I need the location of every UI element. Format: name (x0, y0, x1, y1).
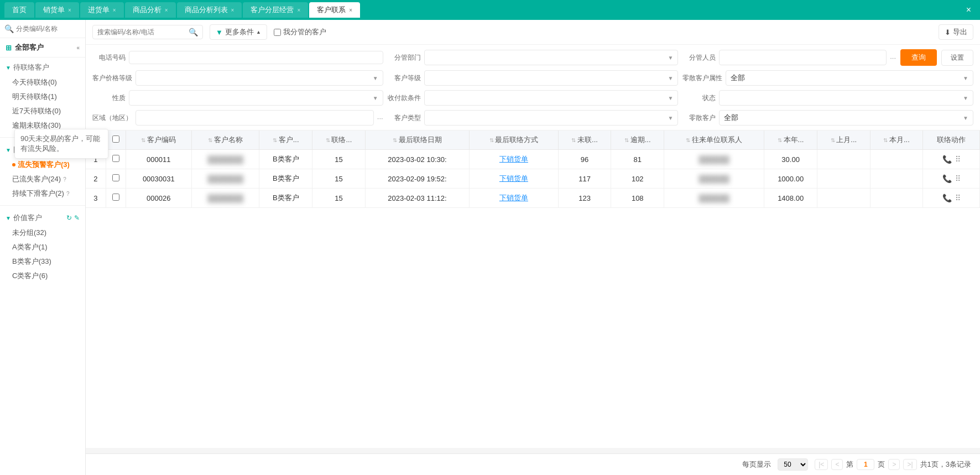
filter-status-select[interactable]: ▼ (719, 90, 973, 106)
filter-phone-input[interactable] (129, 51, 383, 64)
tab-analysis-list[interactable]: 商品分析列表 × (177, 2, 242, 18)
table-header-checkbox[interactable] (106, 131, 126, 150)
sidebar-item-today[interactable]: 今天待联络(0) (0, 75, 85, 90)
per-page-select[interactable]: 50 100 200 (778, 458, 808, 471)
filter-casual-customer-select[interactable]: 全部 ▼ (719, 110, 973, 126)
action-more-icon[interactable]: ⠿ (955, 174, 961, 183)
search-input[interactable] (97, 28, 189, 36)
table-header-overdue[interactable]: 逾期... (611, 131, 664, 150)
filter-customer-grade-select[interactable]: ▼ (424, 70, 679, 86)
page-last-button[interactable]: >| (903, 459, 916, 470)
page-input[interactable] (857, 459, 874, 470)
sidebar-item-c-class[interactable]: C类客户(6) (0, 269, 85, 283)
manager-dots[interactable]: ··· (890, 54, 896, 62)
filter-payment-select[interactable]: ▼ (424, 90, 679, 106)
collapse-icon[interactable]: « (76, 45, 80, 51)
filter-nature-select[interactable]: ▼ (129, 90, 383, 106)
region-dots[interactable]: ··· (377, 114, 383, 122)
sidebar-item-churned[interactable]: 已流失客户(24) ? (0, 172, 85, 186)
table-header-last-date[interactable]: 最后联络日期 (365, 131, 469, 150)
row-last-method[interactable]: 下销货单 (470, 169, 559, 189)
tab-purchase[interactable]: 进货单 × (80, 2, 124, 18)
export-button[interactable]: ⬇ 导出 (939, 24, 973, 40)
search-box[interactable]: 🔍 (92, 25, 203, 39)
edit-icon[interactable]: ✎ (74, 214, 80, 222)
tab-customer-contact[interactable]: 客户联系 × (309, 2, 360, 18)
row-select-checkbox[interactable] (112, 174, 119, 181)
my-customer-checkbox-row[interactable]: 我分管的客户 (274, 27, 326, 37)
filter-casual-attr-select[interactable]: 全部 ▼ (726, 70, 973, 86)
row-contact-count: 15 (312, 150, 366, 169)
action-contact-icon[interactable]: 📞 (942, 194, 952, 202)
row-select-checkbox[interactable] (112, 194, 119, 201)
sidebar-search-box[interactable]: 🔍 (0, 20, 85, 38)
action-more-icon[interactable]: ⠿ (955, 155, 961, 164)
action-contact-icon[interactable]: 📞 (942, 174, 952, 183)
row-actions[interactable]: 📞 ⠿ (923, 150, 980, 169)
table-header-this-month[interactable]: 本月... (870, 131, 923, 150)
table-header-name[interactable]: 客户名称 (192, 131, 259, 150)
row-checkbox[interactable] (106, 169, 126, 189)
query-button[interactable]: 查询 (900, 49, 937, 66)
table-area: ⚙ 客户编码 客户名称 客户... 联络... 最后联络日期 最后联络方式 未联… (86, 131, 980, 448)
sidebar-search-input[interactable] (16, 25, 81, 33)
sidebar-item-unassigned[interactable]: 未分组(32) (0, 226, 85, 240)
tab-purchase-close[interactable]: × (113, 7, 116, 13)
tab-sales[interactable]: 销货单 × (35, 2, 79, 18)
tab-home[interactable]: 首页 (4, 2, 34, 18)
filter-price-grade-select[interactable]: ▼ (135, 70, 383, 86)
more-filter-button[interactable]: ▼ 更多条件 ▲ (210, 24, 267, 40)
row-actions[interactable]: 📞 ⠿ (923, 189, 980, 208)
table-header-contact-count[interactable]: 联络... (312, 131, 366, 150)
table-header-unit-contact[interactable]: 往来单位联系人 (664, 131, 764, 150)
sidebar-section-pending-title[interactable]: ▼ 待联络客户 (0, 60, 85, 75)
tab-customer-contact-close[interactable]: × (349, 7, 352, 13)
action-more-icon[interactable]: ⠿ (955, 194, 961, 202)
filter-dept-select[interactable]: ▼ (424, 50, 679, 65)
sidebar-item-a-class[interactable]: A类客户(1) (0, 240, 85, 254)
sidebar-root-header[interactable]: ⊞ 全部客户 « (0, 38, 85, 58)
select-all-checkbox[interactable] (112, 135, 119, 143)
last-method-link[interactable]: 下销货单 (499, 155, 528, 163)
tab-sales-close[interactable]: × (68, 7, 71, 13)
row-last-method[interactable]: 下销货单 (470, 150, 559, 169)
filter-region-select[interactable] (135, 110, 374, 126)
page-next-button[interactable]: > (888, 459, 900, 470)
row-checkbox[interactable] (106, 189, 126, 208)
window-close-button[interactable]: × (962, 3, 976, 17)
refresh-icon[interactable]: ↻ (66, 214, 72, 222)
row-checkbox[interactable] (106, 150, 126, 169)
sidebar-section-value-title[interactable]: ▼ 价值客户 ↻ ✎ (0, 210, 85, 226)
search-submit-icon[interactable]: 🔍 (189, 28, 198, 36)
settings-button[interactable]: 设置 (941, 50, 973, 66)
tab-analysis[interactable]: 商品分析 × (125, 2, 176, 18)
action-contact-icon[interactable]: 📞 (942, 155, 952, 164)
row-name: ███████ (192, 150, 259, 169)
row-actions[interactable]: 📞 ⠿ (923, 169, 980, 189)
sidebar-item-tomorrow[interactable]: 明天待联络(1) (0, 90, 85, 104)
table-header-uncontacted[interactable]: 未联... (558, 131, 611, 150)
last-method-link[interactable]: 下销货单 (499, 174, 528, 182)
sidebar-item-b-class[interactable]: B类客户(33) (0, 254, 85, 269)
sidebar-item-declining[interactable]: 持续下滑客户(2) ? (0, 186, 85, 201)
last-method-link[interactable]: 下销货单 (499, 194, 528, 202)
tab-analysis-close[interactable]: × (165, 7, 168, 13)
tab-customer-tier-close[interactable]: × (297, 7, 300, 13)
table-header-last-method[interactable]: 最后联络方式 (470, 131, 559, 150)
horizontal-scrollbar[interactable] (86, 448, 980, 453)
table-header-this-year[interactable]: 本年... (764, 131, 817, 150)
table-header-last-month[interactable]: 上月... (817, 131, 870, 150)
row-select-checkbox[interactable] (112, 155, 119, 162)
sidebar-item-churn-warning[interactable]: 流失预警客户(3) (0, 158, 85, 172)
sidebar-item-7days[interactable]: 近7天待联络(0) (0, 104, 85, 118)
tab-analysis-list-close[interactable]: × (231, 7, 234, 13)
table-header-code[interactable]: 客户编码 (126, 131, 192, 150)
filter-manager-select[interactable] (719, 50, 887, 65)
filter-customer-type-select[interactable]: ▼ (424, 110, 679, 126)
tab-customer-tier[interactable]: 客户分层经营 × (243, 2, 308, 18)
row-last-method[interactable]: 下销货单 (470, 189, 559, 208)
my-customer-checkbox[interactable] (274, 29, 281, 36)
page-prev-button[interactable]: < (831, 459, 843, 470)
table-header-type[interactable]: 客户... (259, 131, 312, 150)
page-first-button[interactable]: |< (815, 459, 828, 470)
